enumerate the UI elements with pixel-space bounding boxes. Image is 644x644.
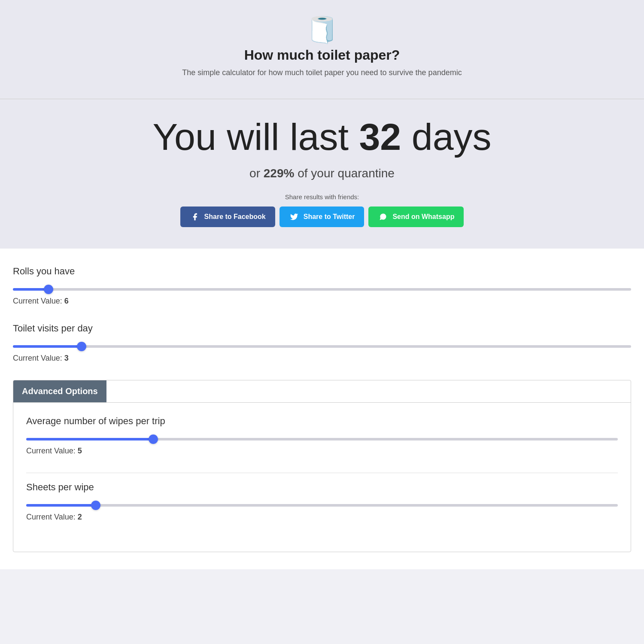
rolls-current-value: Current Value: 6 [13,297,631,306]
whatsapp-icon [378,212,388,222]
rolls-value-number: 6 [64,297,69,305]
app-title: How much toilet paper? [9,47,635,63]
app-subtitle: The simple calculator for how much toile… [9,68,635,77]
rolls-label: Rolls you have [13,266,631,277]
facebook-label: Share to Facebook [204,213,266,221]
visits-slider[interactable] [13,345,631,348]
result-days-number: 32 [359,115,401,158]
rolls-value-prefix: Current Value: [13,297,64,305]
sheets-label: Sheets per wipe [26,482,618,493]
visits-label: Toilet visits per day [13,323,631,334]
rolls-slider-wrapper [13,285,631,292]
advanced-options-section: Advanced Options Average number of wipes… [13,380,631,552]
visits-value-number: 3 [64,354,69,362]
share-label: Share results with friends: [9,193,635,200]
visits-section: Toilet visits per day Current Value: 3 [13,323,631,363]
result-percentage: 229% [264,167,295,180]
sheets-current-value: Current Value: 2 [26,513,618,522]
main-content: Rolls you have Current Value: 6 Toilet v… [0,249,644,569]
wipes-slider-wrapper [26,434,618,442]
sheets-section: Sheets per wipe Current Value: 2 [26,482,618,522]
sheets-slider[interactable] [26,504,618,507]
rolls-section: Rolls you have Current Value: 6 [13,266,631,306]
result-days-suffix: days [401,115,491,158]
twitter-label: Share to Twitter [304,213,355,221]
visits-value-prefix: Current Value: [13,354,64,362]
wipes-slider[interactable] [26,438,618,440]
facebook-share-button[interactable]: Share to Facebook [180,207,275,227]
twitter-icon [289,212,299,222]
facebook-icon [190,212,200,222]
whatsapp-share-button[interactable]: Send on Whatsapp [368,207,464,227]
advanced-divider [26,473,618,473]
result-subline-prefix: or [249,167,264,180]
rolls-slider[interactable] [13,288,631,291]
whatsapp-label: Send on Whatsapp [392,213,454,221]
result-section: You will last 32 days or 229% of your qu… [0,99,644,249]
result-subline: or 229% of your quarantine [9,167,635,180]
toilet-paper-icon: 🧻 [9,17,635,43]
result-subline-suffix: of your quarantine [294,167,395,180]
share-buttons: Share to Facebook Share to Twitter Send … [9,207,635,227]
wipes-section: Average number of wipes per trip Current… [26,416,618,456]
visits-current-value: Current Value: 3 [13,354,631,363]
wipes-current-value: Current Value: 5 [26,447,618,456]
sheets-value-prefix: Current Value: [26,513,78,521]
wipes-value-number: 5 [78,447,82,455]
header-section: 🧻 How much toilet paper? The simple calc… [0,0,644,99]
result-prefix: You will last [152,115,359,158]
advanced-options-header[interactable]: Advanced Options [13,380,106,402]
sheets-slider-wrapper [26,501,618,508]
sheets-value-number: 2 [78,513,82,521]
result-headline: You will last 32 days [9,116,635,158]
wipes-value-prefix: Current Value: [26,447,78,455]
twitter-share-button[interactable]: Share to Twitter [279,207,365,227]
wipes-label: Average number of wipes per trip [26,416,618,427]
visits-slider-wrapper [13,342,631,349]
advanced-options-body: Average number of wipes per trip Current… [13,402,631,552]
